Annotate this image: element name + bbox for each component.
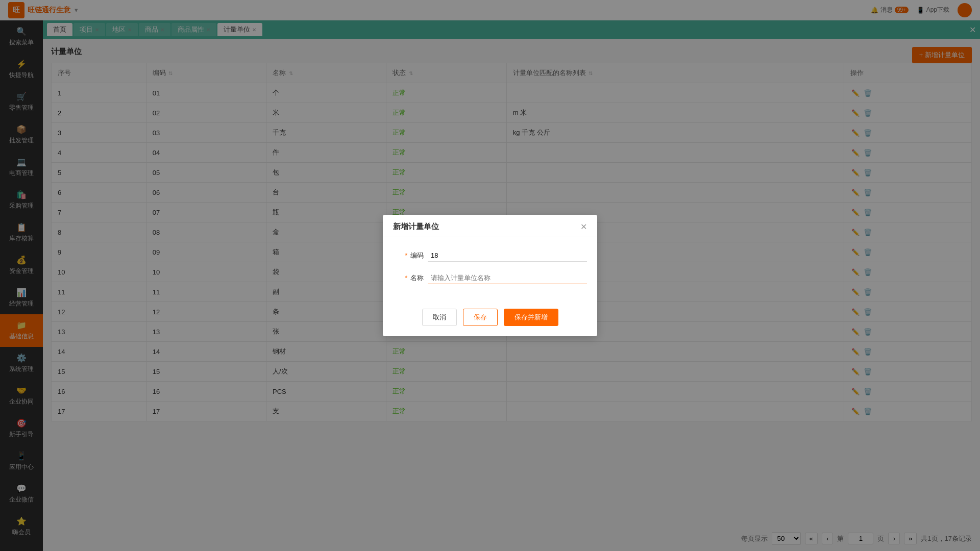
name-form-row: * 名称 [393,272,587,284]
modal-footer: 取消 保存 保存并新增 [383,303,597,336]
save-button[interactable]: 保存 [463,309,498,326]
modal-close-button[interactable]: ✕ [580,222,587,232]
modal-body: * 编码 * 名称 [383,237,597,303]
name-label: * 名称 [393,273,424,283]
name-input[interactable] [428,272,587,284]
add-unit-modal: 新增计量单位 ✕ * 编码 * 名称 取消 保存 保存并新增 [383,215,597,336]
save-and-new-button[interactable]: 保存并新增 [504,309,558,326]
code-form-row: * 编码 [393,249,587,262]
code-input[interactable] [428,249,587,262]
code-required-mark: * [405,252,407,259]
code-label: * 编码 [393,251,424,260]
modal-title: 新增计量单位 [393,222,439,232]
modal-header: 新增计量单位 ✕ [383,215,597,237]
cancel-button[interactable]: 取消 [422,309,457,326]
name-required-mark: * [405,274,407,282]
modal-overlay[interactable]: 新增计量单位 ✕ * 编码 * 名称 取消 保存 保存并新增 [0,0,980,551]
